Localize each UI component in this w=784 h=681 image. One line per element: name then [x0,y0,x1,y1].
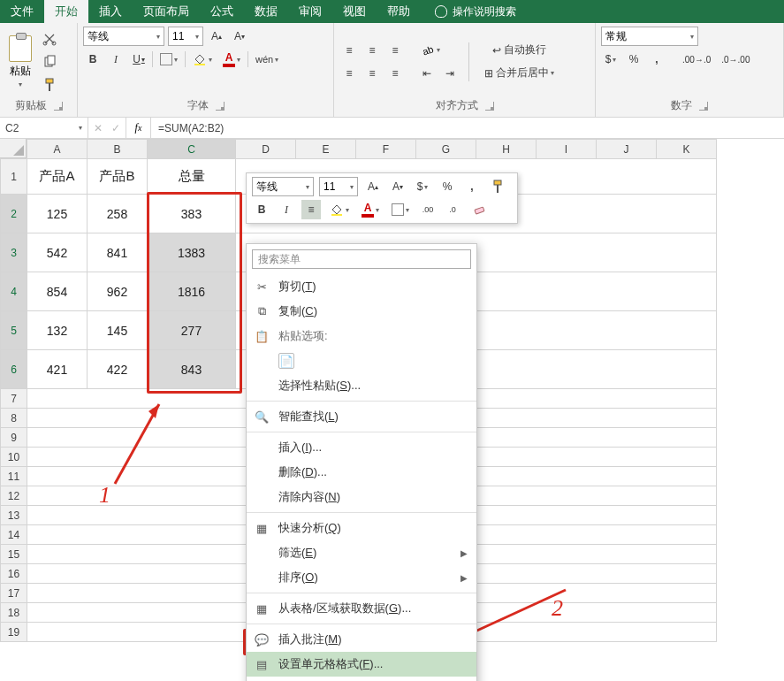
mini-comma[interactable]: , [462,177,482,196]
tab-home[interactable]: 开始 [44,0,88,23]
fx-icon[interactable]: fx [126,118,151,138]
cell[interactable]: 132 [27,311,88,350]
mini-italic[interactable]: I [277,200,296,219]
mini-inc-decimal[interactable]: .00 [418,200,438,219]
align-bottom-button[interactable]: ≡ [385,41,405,60]
decrease-decimal-button[interactable]: .0→.00 [718,50,753,69]
row-header[interactable]: 9 [1,428,27,448]
col-header[interactable]: K [657,140,717,159]
align-left-button[interactable]: ≡ [339,64,359,83]
row-header[interactable]: 13 [1,506,27,525]
formula-input[interactable]: =SUM(A2:B2) [151,118,784,138]
font-launcher[interactable] [216,102,225,111]
cell[interactable]: 421 [27,350,88,389]
col-header[interactable]: A [27,140,88,159]
cell[interactable]: 422 [88,350,148,389]
row-header[interactable]: 17 [1,584,27,603]
ctx-sort[interactable]: 排序(O) ▶ [247,565,476,590]
row-header[interactable]: 6 [1,350,27,389]
comma-button[interactable]: , [647,50,666,69]
mini-size-select[interactable]: 11▾ [319,177,358,196]
row-header[interactable]: 14 [1,525,27,545]
copy-button[interactable] [39,52,60,72]
align-top-button[interactable]: ≡ [339,41,359,60]
cell[interactable]: 产品A [27,159,88,195]
mini-fill-color[interactable] [326,200,353,219]
row-header[interactable]: 12 [1,486,27,506]
mini-align-center[interactable]: ≡ [301,200,321,219]
mini-format-painter[interactable] [487,177,508,196]
border-button[interactable] [156,50,181,69]
mini-font-select[interactable]: 等线▾ [252,177,314,196]
cell[interactable]: 843 [148,350,236,389]
align-right-button[interactable]: ≡ [385,64,405,83]
col-header[interactable]: C [148,140,236,159]
cut-button[interactable] [39,29,60,49]
ctx-filter[interactable]: 筛选(E) ▶ [247,540,476,565]
cell[interactable]: 产品B [88,159,148,195]
cell[interactable]: 841 [88,233,148,272]
number-format-select[interactable]: 常规▾ [601,27,698,46]
tab-review[interactable]: 审阅 [288,0,332,23]
row-header[interactable]: 19 [1,623,27,642]
row-header[interactable]: 15 [1,545,27,564]
cancel-icon[interactable]: ✕ [94,122,103,134]
mini-font-color[interactable]: A [358,200,383,219]
ctx-delete[interactable]: 删除(D)... [247,460,476,485]
tab-formula[interactable]: 公式 [200,0,244,23]
col-header[interactable]: H [476,140,537,159]
cell[interactable]: 542 [27,233,88,272]
row-header[interactable]: 2 [1,195,27,233]
mini-shrink-font[interactable]: A▾ [388,177,407,196]
select-all-corner[interactable] [0,139,27,158]
cell[interactable]: 962 [88,272,148,311]
merge-center-button[interactable]: ⊞ 合并后居中 [478,64,560,83]
align-middle-button[interactable]: ≡ [362,41,382,60]
align-launcher[interactable] [485,102,494,111]
tab-layout[interactable]: 页面布局 [133,0,200,23]
orientation-button[interactable]: ab [417,41,444,60]
tab-file[interactable]: 文件 [0,0,44,23]
mini-border[interactable] [388,200,413,219]
cell[interactable]: 总量 [148,159,236,195]
clipboard-launcher[interactable] [54,102,63,111]
ctx-insert-comment[interactable]: 💬 插入批注(M) [247,627,476,652]
fill-color-button[interactable] [189,50,216,69]
bold-button[interactable]: B [83,50,103,69]
name-box[interactable]: C2▾ [0,118,88,138]
mini-grow-font[interactable]: A▴ [363,177,383,196]
percent-button[interactable]: % [624,50,643,69]
row-header[interactable]: 16 [1,564,27,584]
ctx-dropdown-list[interactable]: 从下拉列表中选择(K)... [247,677,476,681]
cell[interactable]: 258 [88,195,148,233]
font-select[interactable]: 等线▾ [83,27,164,46]
row-header[interactable]: 5 [1,311,27,350]
shrink-font-button[interactable]: A▾ [230,27,249,46]
tab-data[interactable]: 数据 [244,0,288,23]
cell[interactable]: 1816 [148,272,236,311]
col-header[interactable]: I [537,140,597,159]
col-header[interactable]: D [236,140,296,159]
row-header[interactable]: 11 [1,467,27,486]
grow-font-button[interactable]: A▴ [207,27,226,46]
ctx-paste-special[interactable]: 选择性粘贴(S)... [247,373,476,398]
ctx-get-data[interactable]: ▦ 从表格/区域获取数据(G)... [247,596,476,621]
col-header[interactable]: G [416,140,476,159]
wrap-text-button[interactable]: ↩ 自动换行 [478,41,560,60]
col-header[interactable]: J [597,140,657,159]
cell[interactable]: 277 [148,311,236,350]
ctx-clear-contents[interactable]: 清除内容(N) [247,485,476,509]
increase-decimal-button[interactable]: .00→.0 [679,50,714,69]
mini-bold[interactable]: B [252,200,271,219]
phonetic-button[interactable]: wén [252,50,282,69]
paste-button[interactable]: 粘贴 ▾ [5,34,35,90]
row-header[interactable]: 18 [1,603,27,623]
font-color-button[interactable]: A [219,50,244,69]
mini-clear-format[interactable] [468,200,489,219]
accounting-format-button[interactable]: $ [601,50,620,69]
cell[interactable]: 383 [148,195,236,233]
row-header[interactable]: 8 [1,409,27,428]
tab-view[interactable]: 视图 [332,0,377,23]
ctx-format-cells[interactable]: ▤ 设置单元格格式(F)... [247,652,476,677]
format-painter-button[interactable] [39,75,60,95]
